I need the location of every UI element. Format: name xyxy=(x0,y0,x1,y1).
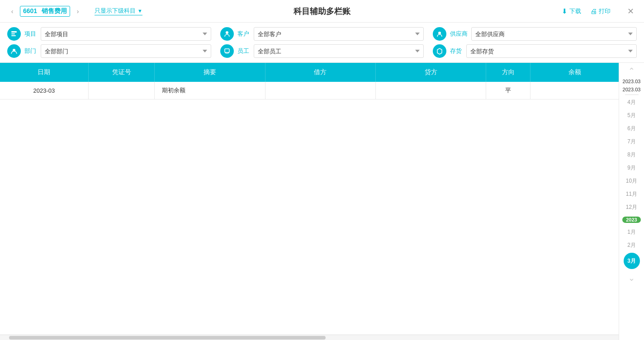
print-button[interactable]: 🖨 打印 xyxy=(590,7,611,15)
supplier-filter: 供应商 全部供应商 xyxy=(433,27,637,41)
svg-rect-1 xyxy=(11,33,15,34)
scrollbar-thumb xyxy=(9,336,326,340)
timeline-up-button[interactable]: ⌃ xyxy=(625,65,638,77)
project-icon xyxy=(7,27,21,41)
content-area: 日期 凭证号 摘要 借方 贷方 方向 余额 2023-03 期初余额 平 xyxy=(0,63,644,340)
cell-date: 2023-03 xyxy=(0,82,88,99)
timeline-header-2: 2023.03 xyxy=(619,85,644,94)
customer-select[interactable]: 全部客户 xyxy=(254,27,424,41)
year-badge-label: 2023 xyxy=(622,217,640,223)
supplier-label: 供应商 xyxy=(450,30,468,38)
timeline-separator xyxy=(625,94,639,95)
timeline-month-5[interactable]: 5月 xyxy=(619,109,644,122)
timeline-down-button[interactable]: ⌄ xyxy=(625,272,638,284)
col-credit: 贷方 xyxy=(376,63,486,82)
table-wrapper[interactable]: 日期 凭证号 摘要 借方 贷方 方向 余额 2023-03 期初余额 平 xyxy=(0,63,619,335)
cell-balance xyxy=(530,82,619,99)
show-sub-button[interactable]: 只显示下级科目 ▼ xyxy=(95,7,142,15)
project-label: 项目 xyxy=(24,30,37,38)
chevron-down-icon: ▼ xyxy=(137,8,142,14)
right-timeline: ⌃ 2023.03 2023.03 4月 5月 6月 7月 8月 9月 10月 … xyxy=(619,63,644,340)
svg-rect-0 xyxy=(11,31,17,33)
employee-filter: 员工 全部员工 xyxy=(220,44,424,58)
timeline-month-11[interactable]: 11月 xyxy=(619,188,644,201)
col-balance: 余额 xyxy=(530,63,619,82)
close-button[interactable]: ✕ xyxy=(624,5,637,18)
timeline-month-8[interactable]: 8月 xyxy=(619,148,644,161)
timeline-month-9[interactable]: 9月 xyxy=(619,161,644,175)
department-select[interactable]: 全部部门 xyxy=(41,44,211,58)
inventory-icon xyxy=(433,44,446,58)
timeline-month-10[interactable]: 10月 xyxy=(619,175,644,188)
timeline-month-12[interactable]: 12月 xyxy=(619,201,644,214)
cell-credit xyxy=(376,82,486,99)
inventory-select[interactable]: 全部存货 xyxy=(466,44,637,58)
main-table-area: 日期 凭证号 摘要 借方 贷方 方向 余额 2023-03 期初余额 平 xyxy=(0,63,619,340)
department-filter: 部门 全部部门 xyxy=(7,44,211,58)
download-icon: ⬇ xyxy=(562,7,568,15)
project-filter: 项目 全部项目 xyxy=(7,27,211,41)
department-label: 部门 xyxy=(24,47,37,55)
cell-voucher xyxy=(88,82,155,99)
project-select[interactable]: 全部项目 xyxy=(41,27,211,41)
svg-rect-2 xyxy=(11,35,16,36)
timeline-year-2023[interactable]: 2023 xyxy=(619,214,644,226)
cell-direction: 平 xyxy=(486,82,530,99)
supplier-select[interactable]: 全部供应商 xyxy=(471,27,637,41)
department-icon xyxy=(7,44,21,58)
nav-section: ‹ 6601 销售费用 › 只显示下级科目 ▼ xyxy=(7,6,142,17)
filter-bar: 项目 全部项目 客户 全部客户 供应商 全部供应商 xyxy=(0,23,644,63)
main-window: ‹ 6601 销售费用 › 只显示下级科目 ▼ 科目辅助多栏账 ⬇ 下载 🖨 打… xyxy=(0,0,644,340)
cell-debit xyxy=(265,82,375,99)
timeline-month-3-active[interactable]: 3月 xyxy=(624,253,640,269)
timeline-month-6[interactable]: 6月 xyxy=(619,122,644,135)
svg-rect-5 xyxy=(225,49,229,52)
page-title: 科目辅助多栏账 xyxy=(294,6,350,17)
nav-prev-button[interactable]: ‹ xyxy=(7,6,17,16)
ledger-table: 日期 凭证号 摘要 借方 贷方 方向 余额 2023-03 期初余额 平 xyxy=(0,63,619,99)
employee-select[interactable]: 全部员工 xyxy=(254,44,424,58)
col-debit: 借方 xyxy=(265,63,375,82)
inventory-filter: 存货 全部存货 xyxy=(433,44,637,58)
table-header-row: 日期 凭证号 摘要 借方 贷方 方向 余额 xyxy=(0,63,619,82)
timeline-month-4[interactable]: 4月 xyxy=(619,96,644,109)
account-code: 6601 销售费用 xyxy=(20,6,70,17)
customer-filter: 客户 全部客户 xyxy=(220,27,424,41)
employee-label: 员工 xyxy=(237,47,250,55)
col-direction: 方向 xyxy=(486,63,530,82)
col-voucher: 凭证号 xyxy=(88,63,155,82)
svg-point-3 xyxy=(438,32,441,34)
customer-icon xyxy=(220,27,234,41)
timeline-month-2[interactable]: 2月 xyxy=(619,239,644,252)
col-date: 日期 xyxy=(0,63,88,82)
supplier-icon xyxy=(433,27,446,41)
title-actions: ⬇ 下载 🖨 打印 ✕ xyxy=(562,5,637,18)
employee-icon xyxy=(220,44,234,58)
timeline-month-1[interactable]: 1月 xyxy=(619,226,644,239)
download-button[interactable]: ⬇ 下载 xyxy=(562,7,581,15)
nav-next-button[interactable]: › xyxy=(73,6,83,16)
cell-summary: 期初余额 xyxy=(155,82,265,99)
print-icon: 🖨 xyxy=(590,7,597,15)
title-bar: ‹ 6601 销售费用 › 只显示下级科目 ▼ 科目辅助多栏账 ⬇ 下载 🖨 打… xyxy=(0,0,644,23)
inventory-label: 存货 xyxy=(450,47,463,55)
timeline-header-1: 2023.03 xyxy=(619,77,644,85)
horizontal-scrollbar[interactable] xyxy=(0,335,619,340)
col-summary: 摘要 xyxy=(155,63,265,82)
timeline-month-7[interactable]: 7月 xyxy=(619,135,644,148)
customer-label: 客户 xyxy=(237,30,250,38)
table-row: 2023-03 期初余额 平 xyxy=(0,82,619,99)
